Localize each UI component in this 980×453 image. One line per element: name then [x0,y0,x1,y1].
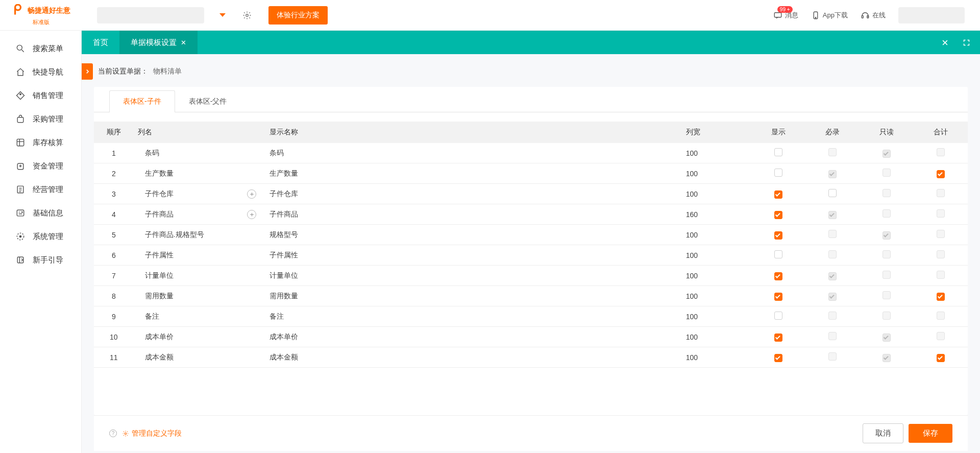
phone-icon [811,11,820,20]
checkbox[interactable] [774,293,782,301]
cancel-button[interactable]: 取消 [863,423,903,443]
checkbox [883,291,891,299]
stock-icon [15,137,26,148]
sidebar-item-info[interactable]: 基础信息 [0,201,81,225]
org-selector[interactable] [97,7,204,23]
sidebar-item-label: 经营管理 [33,185,63,195]
table-row[interactable]: 4子件商品＋子件商品160 [94,204,968,225]
svg-rect-13 [17,210,23,216]
sidebar-item-label: 资金管理 [33,161,63,171]
inner-tab-parent[interactable]: 表体区-父件 [175,90,241,112]
checkbox [937,271,945,279]
checkbox[interactable] [774,190,782,199]
checkbox[interactable] [774,333,782,342]
cell-name: 成本单价 [134,327,266,347]
settings-icon [122,430,129,437]
svg-point-1 [246,14,249,16]
table-row[interactable]: 2生产数量生产数量100 [94,163,968,184]
checkbox [828,293,837,301]
tab-home[interactable]: 首页 [82,31,119,54]
collapse-icon[interactable] [82,63,93,80]
cell-name: 计量单位 [134,266,266,286]
checkbox[interactable] [774,250,782,258]
online-support-link[interactable]: 在线 [861,11,886,20]
th-sum: 合计 [914,122,968,143]
sidebar-item-money[interactable]: 资金管理 [0,154,81,178]
table-row[interactable]: 1条码条码100 [94,143,968,163]
sidebar-item-bag[interactable]: 采购管理 [0,107,81,131]
settings-panel: 表体区-子件 表体区-父件 顺序 列名 显示名称 列宽 显示 必录 [94,87,968,415]
user-menu[interactable] [898,7,965,23]
sidebar-item-sys[interactable]: 系统管理 [0,225,81,248]
th-seq: 顺序 [94,122,134,143]
checkbox [937,148,945,156]
brand-edition: 标准版 [33,18,50,26]
top-header: 畅捷通好生意 标准版 体验行业方案 99 + 消息 App下载 在线 [0,0,980,31]
table-row[interactable]: 8需用数量需用数量100 [94,286,968,306]
close-icon[interactable]: ✕ [181,39,186,46]
table-row[interactable]: 6子件属性子件属性100 [94,245,968,266]
fullscreen-button[interactable] [957,31,976,54]
tag-icon [15,90,26,101]
table-row[interactable]: 7计量单位计量单位100 [94,266,968,286]
cell-seq: 6 [94,245,134,266]
table-row[interactable]: 5子件商品.规格型号规格型号100 [94,225,968,245]
sidebar-item-report[interactable]: 经营管理 [0,178,81,201]
logo: 畅捷通好生意 标准版 [0,0,82,30]
sidebar-item-label: 销售管理 [33,91,63,101]
context-label: 当前设置单据： [98,67,148,76]
online-support-label: 在线 [872,11,886,20]
checkbox[interactable] [774,148,782,156]
manage-custom-fields-link[interactable]: 管理自定义字段 [122,429,182,438]
cell-seq: 9 [94,306,134,327]
cell-seq: 11 [94,347,134,368]
checkbox [883,250,891,258]
cell-name: 生产数量 [134,163,266,184]
checkbox[interactable] [937,293,945,301]
gear-icon[interactable] [242,11,252,20]
table-row[interactable]: 9备注备注100 [94,306,968,327]
checkbox[interactable] [774,169,782,177]
checkbox[interactable] [774,354,782,362]
inner-tab-child[interactable]: 表体区-子件 [109,90,175,112]
checkbox[interactable] [937,170,945,178]
sidebar-item-home[interactable]: 快捷导航 [0,60,81,84]
cell-seq: 3 [94,184,134,204]
checkbox[interactable] [774,272,782,280]
sidebar-item-stock[interactable]: 库存核算 [0,131,81,154]
svg-rect-9 [17,117,23,123]
sidebar-item-tag[interactable]: 销售管理 [0,84,81,107]
checkbox [937,209,945,218]
checkbox[interactable] [937,354,945,362]
close-all-button[interactable] [935,31,954,54]
cell-name: 子件仓库＋ [134,184,266,204]
checkbox [828,250,837,258]
save-button[interactable]: 保存 [909,424,952,443]
app-download-link[interactable]: App下载 [811,11,848,20]
cta-button[interactable]: 体验行业方案 [268,6,328,25]
messages-link[interactable]: 99 + 消息 [773,11,798,20]
checkbox[interactable] [774,312,782,320]
table-row[interactable]: 3子件仓库＋子件仓库100 [94,184,968,204]
add-icon[interactable]: ＋ [247,189,256,199]
context-bar: 当前设置单据： 物料清单 [82,63,980,80]
tab-active-label: 单据模板设置 [131,38,177,47]
cell-width: 100 [682,266,751,286]
svg-point-8 [20,93,21,95]
page-tabs: 首页 单据模板设置 ✕ [82,31,980,54]
table-row[interactable]: 10成本单价成本单价100 [94,327,968,347]
sidebar-item-search[interactable]: 搜索菜单 [0,37,81,60]
cell-width: 100 [682,347,751,368]
checkbox[interactable] [774,211,782,219]
checkbox[interactable] [774,231,782,240]
chevron-down-icon[interactable] [219,13,226,17]
checkbox[interactable] [828,189,837,197]
help-icon[interactable]: ? [109,430,117,437]
tab-template-settings[interactable]: 单据模板设置 ✕ [119,31,198,54]
add-icon[interactable]: ＋ [247,210,256,219]
table-row[interactable]: 11成本金额成本金额100 [94,347,968,368]
sidebar-item-guide[interactable]: 新手引导 [0,248,81,272]
svg-rect-5 [862,15,863,18]
svg-rect-6 [867,15,869,18]
cell-name: 子件商品.规格型号 [134,225,266,245]
